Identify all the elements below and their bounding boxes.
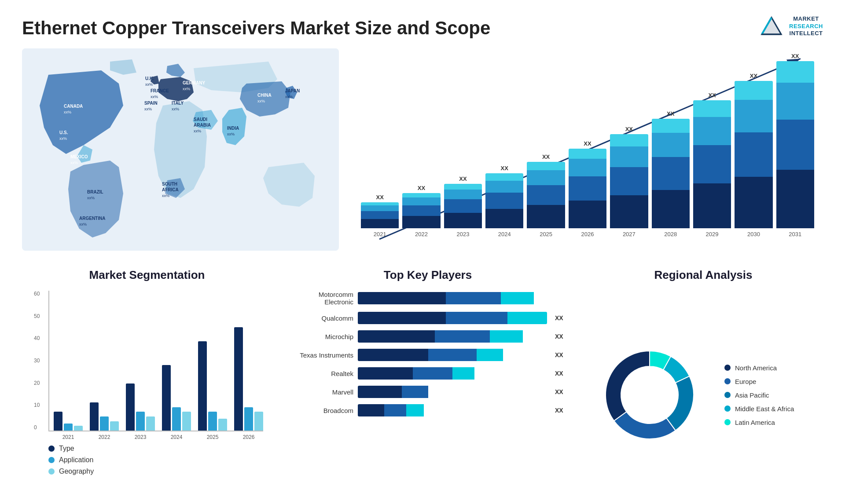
svg-text:xx%: xx% bbox=[144, 107, 152, 111]
legend-label: Geography bbox=[59, 467, 94, 475]
seg-bar bbox=[182, 412, 191, 431]
svg-text:xx%: xx% bbox=[70, 161, 78, 165]
bar-stack bbox=[527, 162, 565, 228]
seg-bar bbox=[64, 424, 73, 431]
y-axis-label: 60 bbox=[34, 291, 40, 297]
seg-bar bbox=[208, 412, 217, 431]
reg-legend-item: Europe bbox=[724, 378, 794, 385]
svg-text:xx%: xx% bbox=[194, 129, 201, 133]
svg-text:xx%: xx% bbox=[162, 194, 169, 198]
bar-value-label: XX bbox=[418, 185, 425, 191]
reg-legend-label: Europe bbox=[735, 378, 756, 385]
player-value: XX bbox=[555, 370, 566, 377]
bar-stack bbox=[444, 184, 482, 228]
reg-legend-item: North America bbox=[724, 364, 794, 372]
segmentation-title: Market Segmentation bbox=[31, 268, 263, 282]
svg-text:xx%: xx% bbox=[227, 132, 235, 136]
seg-bar-group: 2022 bbox=[90, 291, 119, 431]
bar-group: XX2028 bbox=[652, 110, 690, 237]
bar-group: XX2025 bbox=[527, 153, 565, 237]
regional-container: Regional Analysis North AmericaEuropeAsi… bbox=[584, 264, 823, 504]
legend-dot bbox=[48, 457, 55, 463]
svg-text:AFRICA: AFRICA bbox=[162, 187, 179, 192]
player-value: XX bbox=[555, 314, 566, 321]
seg-bar bbox=[172, 407, 181, 431]
player-name: Qualcomm bbox=[290, 314, 353, 322]
svg-text:JAPAN: JAPAN bbox=[285, 88, 300, 93]
bar-x-label: 2027 bbox=[623, 231, 636, 237]
bar-group: XX2030 bbox=[735, 73, 772, 237]
y-axis-label: 20 bbox=[34, 380, 40, 386]
svg-text:ARABIA: ARABIA bbox=[194, 123, 211, 128]
reg-legend-dot bbox=[724, 392, 731, 398]
seg-x-label: 2025 bbox=[207, 434, 219, 440]
bar-stack bbox=[402, 193, 440, 228]
seg-bar-group: 2021 bbox=[54, 291, 83, 431]
seg-legend: TypeApplicationGeography bbox=[48, 445, 263, 475]
bar-group: XX2031 bbox=[776, 53, 814, 237]
bar-stack bbox=[776, 61, 814, 228]
seg-bar bbox=[100, 416, 109, 431]
svg-text:SPAIN: SPAIN bbox=[144, 101, 158, 106]
bar-group: XX2021 bbox=[361, 194, 399, 237]
svg-text:xx%: xx% bbox=[257, 99, 265, 103]
donut-area: North AmericaEuropeAsia PacificMiddle Ea… bbox=[592, 291, 814, 499]
reg-legend-dot bbox=[724, 419, 731, 425]
player-bar bbox=[358, 349, 547, 361]
legend-dot bbox=[48, 468, 55, 475]
reg-legend-dot bbox=[724, 365, 731, 371]
player-row: RealtekXX bbox=[290, 367, 566, 380]
bar-group: XX2029 bbox=[693, 92, 731, 237]
reg-legend-item: Middle East & Africa bbox=[724, 405, 794, 413]
bar-x-label: 2024 bbox=[498, 231, 511, 237]
player-row: Texas InstrumentsXX bbox=[290, 349, 566, 361]
bar-x-label: 2023 bbox=[456, 231, 469, 237]
seg-legend-item: Geography bbox=[48, 467, 263, 475]
page-title: Ethernet Copper Transceivers Market Size… bbox=[22, 18, 490, 39]
page-container: Ethernet Copper Transceivers Market Size… bbox=[0, 0, 845, 504]
seg-bar bbox=[244, 407, 253, 431]
reg-legend-item: Asia Pacific bbox=[724, 391, 794, 399]
bar-value-label: XX bbox=[584, 140, 591, 147]
regional-title: Regional Analysis bbox=[592, 268, 814, 282]
svg-text:SAUDI: SAUDI bbox=[194, 117, 207, 122]
player-bar bbox=[358, 312, 547, 324]
bar-group: XX2023 bbox=[444, 175, 482, 237]
player-value: XX bbox=[555, 407, 566, 414]
bar-stack bbox=[361, 202, 399, 228]
segmentation-container: Market Segmentation 0102030405060 202120… bbox=[22, 264, 272, 504]
seg-bar bbox=[254, 412, 263, 431]
seg-x-label: 2022 bbox=[99, 434, 110, 440]
bar-x-label: 2026 bbox=[581, 231, 594, 237]
top-section: CANADA xx% U.S. xx% MEXICO xx% BRAZIL xx… bbox=[22, 48, 823, 251]
svg-text:xx%: xx% bbox=[145, 82, 153, 87]
player-name: Broadcom bbox=[290, 407, 353, 414]
svg-text:xx%: xx% bbox=[87, 196, 95, 200]
seg-bar bbox=[90, 402, 99, 431]
player-name: Marvell bbox=[290, 388, 353, 396]
seg-legend-item: Application bbox=[48, 456, 263, 464]
bar-x-label: 2028 bbox=[664, 231, 677, 237]
player-row: MicrochipXX bbox=[290, 330, 566, 343]
svg-text:MEXICO: MEXICO bbox=[70, 154, 88, 159]
player-name: Microchip bbox=[290, 333, 353, 340]
bar-x-label: 2025 bbox=[540, 231, 552, 237]
seg-bar-group: 2026 bbox=[234, 291, 263, 431]
players-list: Motorcomm ElectronicQualcommXXMicrochipX… bbox=[290, 291, 566, 416]
header: Ethernet Copper Transceivers Market Size… bbox=[22, 13, 823, 40]
bar-value-label: XX bbox=[708, 92, 716, 99]
bar-x-label: 2031 bbox=[789, 231, 801, 237]
world-map: CANADA xx% U.S. xx% MEXICO xx% BRAZIL xx… bbox=[22, 48, 339, 251]
seg-x-label: 2021 bbox=[62, 434, 74, 440]
bar-x-label: 2021 bbox=[374, 231, 386, 237]
reg-legend-label: North America bbox=[735, 364, 777, 372]
bar-group: XX2022 bbox=[402, 185, 440, 237]
bar-value-label: XX bbox=[459, 175, 467, 182]
reg-legend-item: Latin America bbox=[724, 419, 794, 426]
svg-text:xx%: xx% bbox=[151, 95, 158, 99]
bar-x-label: 2030 bbox=[747, 231, 760, 237]
bar-stack bbox=[652, 119, 690, 228]
seg-x-label: 2024 bbox=[171, 434, 183, 440]
player-value: XX bbox=[555, 388, 566, 395]
bar-value-label: XX bbox=[501, 165, 508, 172]
